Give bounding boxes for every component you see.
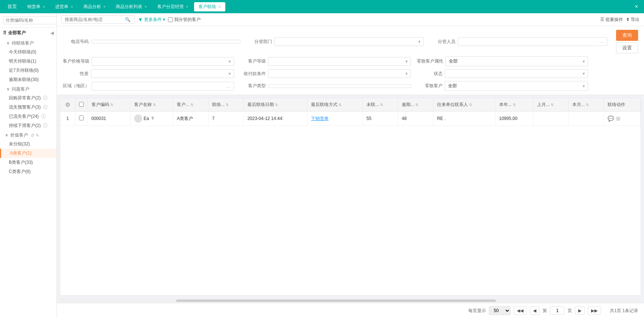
nav-product-list-close[interactable]: × (144, 4, 147, 9)
sidebar-item-repurchase-abnormal[interactable]: 回购异常客户(2) ⓘ (0, 93, 57, 103)
table-settings-icon[interactable]: ⚙ (65, 102, 70, 108)
filter-person-select[interactable]: … (458, 37, 607, 46)
nav-purchase-close[interactable]: × (71, 4, 73, 9)
sidebar-item-churned[interactable]: 已流失客户(24) ⓘ (0, 112, 57, 121)
scrollbar-thumb (176, 300, 496, 302)
col-date-label: 最后联络日期 (247, 102, 274, 107)
nav-product-analysis[interactable]: 商品分析 × (79, 2, 110, 11)
filter-customer-type-input[interactable] (268, 84, 411, 88)
qr-icon[interactable]: ⊞ (616, 116, 620, 121)
payment-arrow: ▾ (405, 71, 408, 76)
sidebar-group-value[interactable]: ▼ 价值客户 ↺ ✎ (0, 130, 57, 139)
nav-customer-contact[interactable]: 客户联络 × (194, 2, 225, 11)
sidebar-item-tomorrow-pending[interactable]: 明天待联络(1) (0, 57, 57, 66)
per-page-select[interactable]: 50 20 100 (489, 306, 511, 315)
filter-region-select[interactable]: … (92, 82, 234, 91)
filter-dept-select[interactable]: ▾ (274, 37, 424, 46)
filter-retail-attr-select[interactable]: 全部▾ (446, 56, 588, 66)
table-header-row: ⚙ 客户编码⇅ 客户名称⇅ 客户...⇅ 联络...⇅ 最后联络日期⇅ 最后联络… (60, 98, 641, 112)
filter-status-label: 状态 (417, 71, 443, 77)
col-unit-contact[interactable]: 往来单位联系人⇅ (433, 98, 495, 112)
col-last-month[interactable]: 上月...⇅ (533, 98, 568, 112)
value-refresh-icon[interactable]: ↺ (31, 133, 34, 138)
table-row: 1 000031 Ea ？ (60, 112, 641, 126)
export-btn[interactable]: ⬆ 导出 (626, 17, 640, 23)
col-code[interactable]: 客户编码⇅ (87, 98, 130, 112)
batch-op-btn[interactable]: ☰ 批量操作 (600, 17, 623, 23)
sidebar-item-week-pending[interactable]: 近7天待联络(0) (0, 66, 57, 75)
sidebar-group-pending[interactable]: ▼ 待联络客户 (0, 38, 57, 47)
nav-sales[interactable]: 销货单 × (23, 2, 49, 11)
filter-nature-select[interactable]: ▾ (91, 69, 234, 78)
toolbar-search-icon[interactable]: 🔍 (125, 17, 130, 22)
prev-page-btn[interactable]: ◀ (530, 307, 540, 315)
nav-home[interactable]: 首页 (3, 2, 21, 11)
col-uncontacted[interactable]: 未联...⇅ (363, 98, 398, 112)
col-last-date[interactable]: 最后联络日期⇅ (243, 98, 307, 112)
sidebar-search-input[interactable] (3, 16, 57, 24)
customer-table: ⚙ 客户编码⇅ 客户名称⇅ 客户...⇅ 联络...⇅ 最后联络日期⇅ 最后联络… (60, 98, 641, 126)
nav-product-list[interactable]: 商品分析列表 × (111, 2, 151, 11)
sidebar-collapse-btn[interactable]: ◀ (50, 31, 54, 36)
table-select-all[interactable] (79, 102, 84, 107)
nav-product-analysis-close[interactable]: × (103, 4, 105, 9)
sidebar-item-unclassified[interactable]: 未分组(32) (0, 139, 57, 149)
filter-dept: 分管部门 ▾ (246, 37, 424, 46)
my-customers-checkbox[interactable] (168, 17, 173, 22)
col-settings[interactable]: ⚙ (60, 98, 75, 112)
sidebar-search-area: 🔍 (0, 13, 57, 28)
filter-phone-input[interactable] (91, 40, 240, 43)
nav-sales-close[interactable]: × (43, 4, 45, 9)
row-last-method[interactable]: 下销货单 (307, 112, 362, 126)
nav-close-all[interactable]: × (632, 3, 641, 10)
query-button[interactable]: 查询 (616, 30, 638, 41)
filter-retail-select[interactable]: 全部▾ (445, 81, 588, 91)
col-this-year[interactable]: 本年...⇅ (495, 98, 533, 112)
row-checkbox-cell[interactable] (75, 112, 87, 126)
sidebar-item-class-c[interactable]: C类客户(6) (0, 167, 57, 176)
action-icons-group: 💬 ⊞ (608, 116, 637, 121)
my-customers-label[interactable]: 我分管的客户 (168, 17, 201, 23)
chat-icon[interactable]: 💬 (608, 116, 614, 121)
col-last-method[interactable]: 最后联络方式⇅ (307, 98, 362, 112)
sidebar-item-declining[interactable]: 持续下滑客户(2) ⓘ (0, 121, 57, 130)
nav-customer-tier-close[interactable]: × (186, 4, 188, 9)
nav-purchase[interactable]: 进货单 × (51, 2, 77, 11)
sidebar-item-churn-warning[interactable]: 流失预警客户(3) ⓘ (0, 103, 57, 112)
last-method-link[interactable]: 下销货单 (311, 116, 329, 121)
filter-price-level-select[interactable]: ▾ (92, 57, 234, 66)
sidebar-item-today-pending[interactable]: 今天待联络(0) (0, 47, 57, 57)
toolbar-filter-btn[interactable]: ▼ 更多条件 ▾ (138, 17, 165, 23)
col-overdue[interactable]: 逾期...⇅ (398, 98, 433, 112)
col-contact-count[interactable]: 联络...⇅ (208, 98, 243, 112)
person-dots[interactable]: … (600, 39, 604, 44)
filter-customer-type: 客户类型 (240, 83, 411, 89)
col-this-month[interactable]: 本月...⇅ (568, 98, 604, 112)
filter-row-3: 性质 ▾ 收付款条件 ▾ 状态 ▾ (63, 69, 638, 78)
settings-button[interactable]: 设置 (616, 42, 638, 53)
sidebar-item-overdue-pending[interactable]: 逾期未联络(30) (0, 75, 57, 84)
filter-status-select[interactable]: ▾ (445, 69, 588, 78)
row-checkbox[interactable] (79, 116, 84, 120)
col-customer-type[interactable]: 客户...⇅ (173, 98, 208, 112)
region-dots[interactable]: … (226, 84, 231, 89)
horizontal-scrollbar[interactable] (60, 298, 641, 303)
nav-customer-contact-close[interactable]: × (218, 4, 221, 9)
filter-payment-select[interactable]: ▾ (268, 69, 411, 78)
first-page-btn[interactable]: ◀◀ (514, 307, 527, 315)
value-edit-icon[interactable]: ✎ (36, 133, 39, 138)
last-page-btn[interactable]: ▶▶ (588, 307, 601, 315)
next-page-btn[interactable]: ▶ (575, 307, 585, 315)
col-checkbox[interactable] (75, 98, 87, 112)
filter-phone: 电话号码 (63, 39, 240, 45)
toolbar-search-input[interactable] (65, 17, 124, 22)
page-input[interactable] (550, 307, 565, 315)
nav-customer-tier[interactable]: 客户分层经营 × (153, 2, 193, 11)
sidebar-group-problem[interactable]: ▼ 问题客户 (0, 84, 57, 93)
sidebar-all-customers[interactable]: ⠿ 全部客户 ◀ (0, 28, 57, 38)
filter-customer-level-select[interactable]: ▾ (268, 57, 411, 66)
col-name[interactable]: 客户名称⇅ (130, 98, 173, 112)
sidebar-item-class-a[interactable]: A类客户(1) (0, 149, 57, 158)
sidebar-item-class-b[interactable]: B类客户(33) (0, 158, 57, 167)
row-index: 1 (60, 112, 75, 126)
